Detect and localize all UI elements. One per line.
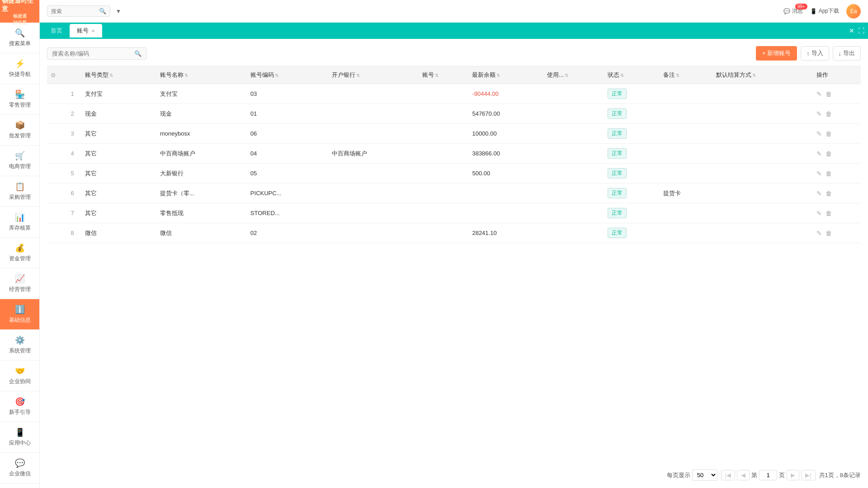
col-remark: 备注⇅ xyxy=(660,66,712,84)
row-type-3: 其它 xyxy=(81,144,156,164)
delete-icon-3[interactable]: 🗑 xyxy=(826,150,832,157)
tab-home[interactable]: 首页 xyxy=(43,24,70,38)
row-status-2: 正常 xyxy=(604,124,660,144)
message-button[interactable]: 💬 消息 99+ xyxy=(783,7,803,15)
export-label: 导出 xyxy=(843,49,855,57)
next-page-button[interactable]: ▶ xyxy=(787,470,799,480)
col-default-settlement: 默认结算方式⇅ xyxy=(712,66,812,84)
logo-title: 畅捷通时生意 xyxy=(2,0,38,13)
edit-icon-0[interactable]: ✎ xyxy=(816,90,822,98)
delete-icon-5[interactable]: 🗑 xyxy=(826,190,832,197)
col-name: 账号名称⇅ xyxy=(156,66,247,84)
sidebar-item-agreement[interactable]: 🤝企业协同 xyxy=(0,361,39,391)
row-account-5 xyxy=(419,183,469,203)
col-settings: ⚙ xyxy=(47,66,63,84)
toolbar-right: + 新增账号 ↑ 导入 ↓ 导出 xyxy=(756,46,861,61)
tab-expand-controls: ✕⛶ xyxy=(849,27,864,34)
sidebar-icon-operation: 📈 xyxy=(15,274,25,284)
sidebar-label-retail: 零售管理 xyxy=(9,101,31,109)
row-code-5: PICKUPC... xyxy=(247,183,328,203)
tab-close-account[interactable]: ✕ xyxy=(91,28,95,33)
row-index-7: 8 xyxy=(63,223,81,243)
delete-icon-1[interactable]: 🗑 xyxy=(826,110,832,117)
delete-icon-2[interactable]: 🗑 xyxy=(826,130,832,137)
sidebar-item-quicknav[interactable]: ⚡快捷导航 xyxy=(0,53,39,84)
status-badge-4: 正常 xyxy=(608,168,627,178)
row-balance-7: 28241.10 xyxy=(468,223,543,243)
toolbar: 🔍 + 新增账号 ↑ 导入 ↓ 导出 xyxy=(47,46,861,61)
pagination: 每页显示 50 100 200 |◀ ◀ 第 页 ▶ ▶| 共1页，8条记录 xyxy=(47,464,861,481)
edit-icon-4[interactable]: ✎ xyxy=(816,170,822,177)
sidebar-item-appcenter[interactable]: 📱应用中心 xyxy=(0,422,39,453)
status-badge-0: 正常 xyxy=(608,89,627,99)
sidebar-item-operation[interactable]: 📈经营管理 xyxy=(0,268,39,299)
row-type-1: 现金 xyxy=(81,104,156,124)
row-code-6: STORED... xyxy=(247,203,328,223)
search-wrap[interactable]: 🔍 xyxy=(47,47,146,60)
page-nav: |◀ ◀ 第 页 ▶ ▶| xyxy=(721,470,816,480)
first-page-button[interactable]: |◀ xyxy=(721,470,735,480)
account-search-input[interactable] xyxy=(52,50,134,57)
edit-icon-3[interactable]: ✎ xyxy=(816,150,822,157)
edit-icon-7[interactable]: ✎ xyxy=(816,230,822,237)
sidebar-item-purchase[interactable]: 📋采购管理 xyxy=(0,176,39,207)
edit-icon-1[interactable]: ✎ xyxy=(816,110,822,117)
row-name-1: 现金 xyxy=(156,104,247,124)
tab-maximize-icon[interactable]: ⛶ xyxy=(858,27,864,34)
table-row: 7 其它 零售抵现 STORED... 正常 ✎ 🗑 xyxy=(47,203,861,223)
avatar[interactable]: Ea xyxy=(846,4,861,19)
row-balance-5 xyxy=(468,183,543,203)
edit-icon-2[interactable]: ✎ xyxy=(816,130,822,137)
sidebar-item-basic[interactable]: ℹ️基础信息 xyxy=(0,299,39,330)
row-balance-4: 500.00 xyxy=(468,164,543,183)
row-bank-6 xyxy=(328,203,419,223)
delete-icon-4[interactable]: 🗑 xyxy=(826,170,832,177)
sidebar-item-member[interactable]: 👑畅会员 xyxy=(0,483,39,488)
dropdown-arrow-icon: ▼ xyxy=(116,8,121,14)
row-actions-5: ✎ 🗑 xyxy=(813,183,861,203)
settings-icon[interactable]: ⚙ xyxy=(51,72,56,79)
row-settlement-3 xyxy=(712,144,812,164)
sidebar-item-wechat[interactable]: 💬企业微信 xyxy=(0,453,39,483)
top-search-input[interactable] xyxy=(51,8,99,14)
sidebar-item-system[interactable]: ⚙️系统管理 xyxy=(0,330,39,361)
sidebar-label-inventory: 库存核算 xyxy=(9,224,31,232)
top-search-box[interactable]: 🔍 xyxy=(47,5,110,17)
per-page-select[interactable]: 50 100 200 xyxy=(692,469,717,481)
row-account-3 xyxy=(419,144,469,164)
import-button[interactable]: ↑ 导入 xyxy=(801,46,829,61)
export-button[interactable]: ↓ 导出 xyxy=(833,46,861,61)
sidebar-item-retail[interactable]: 🏪零售管理 xyxy=(0,84,39,115)
row-index-3: 4 xyxy=(63,144,81,164)
sidebar-item-ecommerce[interactable]: 🛒电商管理 xyxy=(0,145,39,176)
delete-icon-7[interactable]: 🗑 xyxy=(826,230,832,237)
sidebar-icon-retail: 🏪 xyxy=(15,89,25,99)
delete-icon-6[interactable]: 🗑 xyxy=(826,210,832,217)
delete-icon-0[interactable]: 🗑 xyxy=(826,90,832,98)
sidebar-item-wholesale[interactable]: 📦批发管理 xyxy=(0,115,39,145)
sidebar-item-inventory[interactable]: 📊库存核算 xyxy=(0,207,39,238)
sidebar-item-guide[interactable]: 🎯新手引导 xyxy=(0,391,39,422)
sidebar-item-search[interactable]: 🔍搜索菜单 xyxy=(0,23,39,53)
tab-minimize-icon[interactable]: ✕ xyxy=(849,27,854,34)
topbar: 🔍 ▼ 💬 消息 99+ 📱 App下载 Ea xyxy=(40,0,868,23)
last-page-button[interactable]: ▶| xyxy=(801,470,815,480)
sidebar-label-wholesale: 批发管理 xyxy=(9,132,31,140)
prev-page-button[interactable]: ◀ xyxy=(737,470,750,480)
row-actions-3: ✎ 🗑 xyxy=(813,144,861,164)
phone-icon: 📱 xyxy=(810,8,817,14)
app-download-button[interactable]: 📱 App下载 xyxy=(810,7,839,15)
sidebar-label-appcenter: 应用中心 xyxy=(9,439,31,447)
sidebar-item-finance[interactable]: 💰资金管理 xyxy=(0,238,39,268)
row-actions-1: ✎ 🗑 xyxy=(813,104,861,124)
logo-subtitle: 畅捷通 xyxy=(13,13,27,19)
page-input[interactable] xyxy=(759,470,777,480)
edit-icon-6[interactable]: ✎ xyxy=(816,210,822,217)
add-account-button[interactable]: + 新增账号 xyxy=(756,46,797,61)
tab-account[interactable]: 账号✕ xyxy=(70,24,102,38)
edit-icon-5[interactable]: ✎ xyxy=(816,190,822,197)
top-dropdown[interactable]: ▼ xyxy=(116,8,121,14)
row-remark-5: 提货卡 xyxy=(660,183,712,203)
row-settings-4 xyxy=(47,164,63,183)
row-settlement-0 xyxy=(712,84,812,104)
